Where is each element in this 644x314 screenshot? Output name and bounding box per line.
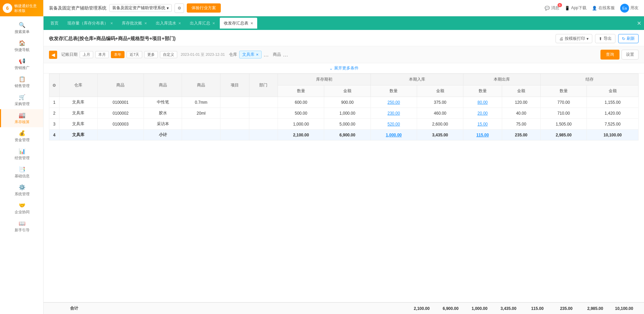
product-more-button[interactable]: ... xyxy=(283,51,288,58)
sidebar-item-business[interactable]: 📊 经营管理 xyxy=(0,145,43,163)
date-range-display: 2023-01-01 至 2023-12-31 xyxy=(181,52,225,57)
footer-in-qty: 1,000.00 xyxy=(465,306,494,311)
tab-home[interactable]: 首页 xyxy=(46,18,63,29)
sidebar-item-quicknav[interactable]: 🏠 快捷导航 xyxy=(0,37,43,55)
tab-close-icon[interactable]: ✕ xyxy=(110,21,113,25)
date-curr-year-btn[interactable]: 本年 xyxy=(111,51,125,58)
date-curr-month-btn[interactable]: 本月 xyxy=(95,51,109,58)
trial-button[interactable]: 体验行业方案 xyxy=(187,3,221,13)
subtotal-in-qty-link[interactable]: 1,000.00 xyxy=(386,133,402,137)
sidebar-item-guide[interactable]: 📖 新手引导 xyxy=(0,217,43,235)
date-custom-btn[interactable]: 自定义 xyxy=(160,51,177,58)
row-close-amt: 1,420.00 xyxy=(587,108,639,119)
subtotal-out-qty-link[interactable]: 115.00 xyxy=(476,133,489,137)
sidebar-item-search[interactable]: 🔍 搜索菜单 xyxy=(0,19,43,37)
open-qty-header: 数量 xyxy=(278,85,324,97)
print-button[interactable]: 🖨 按模板打印 ▾ xyxy=(556,34,592,43)
col-settings-header[interactable]: ⚙ xyxy=(49,74,60,97)
online-service-button[interactable]: 👤 在线客服 xyxy=(592,5,615,11)
user-menu[interactable]: Ea 用友 xyxy=(620,4,639,13)
date-prev-month-btn[interactable]: 上月 xyxy=(80,51,93,58)
gear-icon: ⚙ xyxy=(178,6,181,11)
sidebar-item-finance[interactable]: 💰 资金管理 xyxy=(0,127,43,145)
close-all-tabs-button[interactable]: ✕ xyxy=(637,20,641,27)
tab-close-icon[interactable]: ✕ xyxy=(212,21,215,25)
row-out-qty: 80.00 xyxy=(463,97,502,108)
spec-col-header: 商品 xyxy=(182,74,220,97)
footer-numbers: 2,100.00 6,900.00 1,000.00 3,435.00 115.… xyxy=(407,306,639,311)
subtotal-open-amt: 6,900.00 xyxy=(324,130,370,141)
tab-close-icon[interactable]: ✕ xyxy=(144,21,147,25)
marketing-icon: 📢 xyxy=(19,58,26,64)
date-more-btn[interactable]: 更多 xyxy=(144,51,158,58)
tab-inventory-dist[interactable]: 现存量（库存分布表） ✕ xyxy=(63,18,117,29)
sidebar-item-sales[interactable]: 📋 销售管理 xyxy=(0,73,43,91)
sidebar-item-label: 采购管理 xyxy=(15,101,30,106)
subtotal-dept xyxy=(249,130,278,141)
table-row: 2 文具库 0100002 胶水 20ml 500.00 1,000.00 23… xyxy=(49,108,639,119)
row-in-amt: 460.00 xyxy=(417,108,463,119)
system-title: 装备及固定资产辅助管理系统 xyxy=(49,5,106,11)
message-badge: 6 xyxy=(558,3,562,7)
app-download-button[interactable]: 📱 App下载 xyxy=(565,5,587,11)
query-button[interactable]: 查询 xyxy=(600,50,620,60)
row-warehouse: 文具库 xyxy=(60,119,98,130)
topbar-left: 装备及固定资产辅助管理系统 装备及固定资产辅助管理系统 ▾ ⚙ 体验行业方案 xyxy=(49,3,221,13)
sidebar-item-basic[interactable]: 📑 基础信息 xyxy=(0,163,43,181)
phone-icon: 📱 xyxy=(565,6,570,11)
export-button[interactable]: ⬆ 导出 xyxy=(595,34,615,43)
row-project xyxy=(220,108,249,119)
in-qty-link[interactable]: 250.00 xyxy=(387,100,400,105)
page-header: 收发存汇总表(按仓库+商品编码+商品+规格型号+项目+部门) 🖨 按模板打印 ▾… xyxy=(44,30,644,46)
in-qty-link[interactable]: 520.00 xyxy=(387,122,400,127)
sidebar-item-marketing[interactable]: 📢 营销推广 xyxy=(0,55,43,73)
subtotal-open-qty: 2,100.00 xyxy=(278,130,324,141)
tab-close-icon[interactable]: ✕ xyxy=(250,21,253,25)
warehouse-remove-button[interactable]: ✕ xyxy=(256,53,259,56)
out-qty-link[interactable]: 20.00 xyxy=(477,111,488,116)
product-filter-group: 商品 ... xyxy=(273,51,288,58)
purchase-icon: 🛒 xyxy=(19,94,26,100)
settings-button[interactable]: ⚙ xyxy=(175,3,184,13)
name-col-header: 商品 xyxy=(144,74,182,97)
out-qty-link[interactable]: 80.00 xyxy=(477,100,488,105)
refresh-button[interactable]: ↻ 刷新 xyxy=(618,34,639,43)
out-qty-link[interactable]: 15.00 xyxy=(477,122,488,127)
sidebar-item-label: 搜索菜单 xyxy=(15,29,30,34)
page-content: 收发存汇总表(按仓库+商品编码+商品+规格型号+项目+部门) 🖨 按模板打印 ▾… xyxy=(44,30,644,314)
in-qty-header: 数量 xyxy=(370,85,417,97)
date-7day-btn[interactable]: 近7天 xyxy=(127,51,142,58)
tab-in-out-flow[interactable]: 出入库流水 ✕ xyxy=(152,18,185,29)
sidebar-item-inventory[interactable]: 🏭 库存核算 xyxy=(0,109,43,127)
expand-conditions-button[interactable]: ⌄ 展开更多条件 xyxy=(329,65,359,71)
system-icon: ⚙️ xyxy=(19,184,26,191)
set-button[interactable]: 设置 xyxy=(622,50,639,60)
code-col-header: 商品 xyxy=(97,74,144,97)
row-no: 3 xyxy=(49,119,60,130)
system-dropdown[interactable]: 装备及固定资产辅助管理系统 ▾ xyxy=(109,4,172,12)
row-in-qty: 250.00 xyxy=(370,97,417,108)
sidebar-item-purchase[interactable]: 🛒 采购管理 xyxy=(0,91,43,109)
row-code: 0100002 xyxy=(97,108,144,119)
sidebar-item-system[interactable]: ⚙️ 系统管理 xyxy=(0,181,43,199)
footer-row: 合计 2,100.00 6,900.00 1,000.00 3,435.00 1… xyxy=(49,305,639,311)
tab-in-out-summary[interactable]: 出入库汇总 ✕ xyxy=(186,18,219,29)
out-amt-header: 金额 xyxy=(502,85,540,97)
tab-batch-ledger[interactable]: 库存批次账 ✕ xyxy=(118,18,151,29)
warehouse-more-button[interactable]: ... xyxy=(264,51,269,58)
sidebar-item-collab[interactable]: 🤝 企业协同 xyxy=(0,199,43,217)
page-actions: 🖨 按模板打印 ▾ ⬆ 导出 ↻ 刷新 xyxy=(556,34,639,43)
footer-close-qty: 2,985.00 xyxy=(581,306,610,311)
filter-toggle-button[interactable]: ◀ xyxy=(49,51,57,59)
row-name: 中性笔 xyxy=(144,97,182,108)
row-in-qty: 230.00 xyxy=(370,108,417,119)
tab-recv-send-summary[interactable]: 收发存汇总表 ✕ xyxy=(220,18,257,29)
tab-close-icon[interactable]: ✕ xyxy=(178,21,181,25)
row-project xyxy=(220,119,249,130)
row-no: 1 xyxy=(49,97,60,108)
message-button[interactable]: 💬 消息 6 xyxy=(545,5,559,11)
tab-label: 现存量（库存分布表） xyxy=(67,20,108,26)
tab-label: 出入库汇总 xyxy=(190,20,210,26)
in-qty-link[interactable]: 230.00 xyxy=(387,111,400,116)
inventory-icon: 🏭 xyxy=(19,112,26,118)
